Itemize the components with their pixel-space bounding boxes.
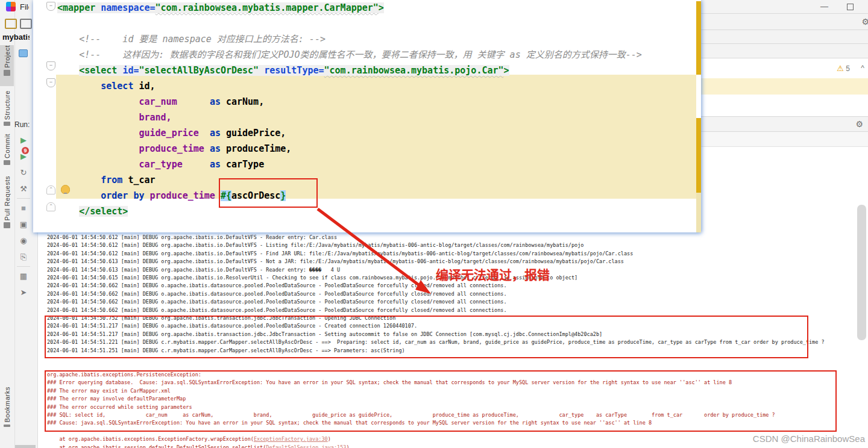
toolbar-divider xyxy=(17,266,30,267)
layout-icon[interactable]: ▦ xyxy=(14,268,33,284)
console-line: 2024-06-01 14:54:50.662 [main] DEBUG o.a… xyxy=(47,306,868,314)
code-line: <mapper namespace="com.rainbowsea.mybati… xyxy=(57,0,696,16)
code-line: <!-- 这样因为: 数据表的字段名和我们定义POJO类的属性名不一致，要将二者… xyxy=(57,47,696,63)
run-toolbar: Run: ▶ ▶9 ↻ ⚒ ■ ▣ ◉ ⎘ ▦ ➤ xyxy=(14,117,33,300)
editor-panel[interactable]: − − − ⌃ ⌃ <mapper namespace="com.rainbow… xyxy=(33,0,701,232)
sidebar-item-project[interactable]: Project xyxy=(0,45,14,86)
fold-end-icon[interactable]: ⌃ xyxy=(46,185,55,194)
console-line: 2024-06-01 14:54:50.612 [main] DEBUG org… xyxy=(47,250,868,258)
sidebar-item-pull-requests[interactable]: Pull Requests xyxy=(0,176,14,233)
run-button[interactable]: ▶ xyxy=(14,132,33,148)
file-tab-icon[interactable] xyxy=(19,49,28,57)
commit-icon xyxy=(4,160,10,165)
run-label: Run: xyxy=(14,117,33,132)
restore-layout-icon[interactable]: ⎘ xyxy=(14,249,33,265)
sidebar-item-bookmarks[interactable]: Bookmarks xyxy=(0,387,14,429)
watermark: CSDN @ChinaRainbowSea xyxy=(753,434,865,444)
console-line: ### The error occurred while setting par… xyxy=(47,403,868,411)
fold-marker-icon[interactable]: − xyxy=(46,61,55,70)
ide-screenshot: — ⚙ ⚠ 5 ^ ⚙ File mybatis Project Struc xyxy=(0,0,868,448)
code-line: brand, xyxy=(57,110,696,125)
screenshot-camera-icon[interactable]: ▣ xyxy=(14,216,33,232)
restore-window-button[interactable] xyxy=(847,4,854,10)
mute-breakpoints-icon[interactable]: ◉ xyxy=(14,232,33,249)
fold-marker-icon[interactable]: − xyxy=(46,2,55,11)
console-line: 2024-06-01 14:54:50.612 [main] DEBUG org… xyxy=(47,241,868,249)
sidebar-item-structure[interactable]: Structure xyxy=(0,90,14,128)
console-line: 2024-06-01 14:54:50.662 [main] DEBUG o.a… xyxy=(47,282,868,290)
inspections-widget[interactable]: ⚠ 5 xyxy=(837,64,850,73)
collapse-chevron-icon[interactable]: ^ xyxy=(861,64,864,72)
minimize-button[interactable]: — xyxy=(820,2,828,11)
project-name[interactable]: mybatis xyxy=(2,33,30,42)
console-line: 2024-06-01 14:54:50.612 [main] DEBUG org… xyxy=(47,234,868,241)
sidebar-item-commit[interactable]: Commit xyxy=(0,134,14,167)
code-line: from t_car xyxy=(57,172,696,188)
structure-icon xyxy=(4,122,10,126)
console-line: 2024-06-01 14:54:50.752 [main] DEBUG org… xyxy=(47,314,868,322)
stop-button[interactable]: ■ xyxy=(14,200,33,216)
run-settings-gear-icon[interactable]: ⚙ xyxy=(855,119,863,129)
console-line: 2024-06-01 14:54:50.662 [main] DEBUG o.a… xyxy=(47,298,868,306)
intellij-logo xyxy=(6,2,16,11)
code-line: select id, xyxy=(57,78,696,94)
warning-icon: ⚠ xyxy=(837,64,844,73)
settings-gear-icon[interactable]: ⚙ xyxy=(861,17,868,26)
console-line: ### Cause: java.sql.SQLSyntaxErrorExcept… xyxy=(47,419,868,427)
console-line xyxy=(47,355,868,362)
annotation-text: 编译无法通过，报错 xyxy=(436,265,550,283)
editor-code[interactable]: <mapper namespace="com.rainbowsea.mybati… xyxy=(57,0,696,219)
fold-marker-icon[interactable]: − xyxy=(46,78,55,87)
console-line: 2024-06-01 14:54:51.217 [main] DEBUG org… xyxy=(47,331,868,338)
menu-file[interactable]: File xyxy=(20,2,29,12)
console-line: at org.apache.ibatis.session.defaults.De… xyxy=(47,444,868,448)
code-line: <select id="selectAllByAscOrDesc" result… xyxy=(57,63,696,78)
code-line: <!-- id 要是 namespace 对应接口上的方法名: --> xyxy=(57,31,696,47)
code-line xyxy=(57,16,696,31)
console-line: 2024-06-01 14:54:51.221 [main] DEBUG c.r… xyxy=(47,338,868,346)
save-icon[interactable] xyxy=(20,19,32,29)
code-line: car_num as carNum, xyxy=(57,94,696,110)
console-line: ### Error querying database. Cause: java… xyxy=(47,379,868,387)
pull-requests-icon xyxy=(4,222,10,228)
pin-tab-icon[interactable]: ➤ xyxy=(14,284,33,300)
console-line: ### The error may exist in CarMapper.xml xyxy=(47,387,868,395)
annotation-arrow xyxy=(304,202,443,304)
console-line: at org.apache.ibatis.exceptions.Exceptio… xyxy=(47,435,868,443)
console-line: 2024-06-01 14:54:51.217 [main] DEBUG o.a… xyxy=(47,322,868,330)
toolbar-divider xyxy=(17,198,30,199)
rerun-icon[interactable]: ↻ xyxy=(14,164,33,181)
horizontal-scrollbar[interactable] xyxy=(15,445,36,448)
console-line: ### The error may involve defaultParamet… xyxy=(47,395,868,403)
console-line xyxy=(47,428,868,435)
warning-count: 5 xyxy=(846,64,850,73)
error-count-badge: 9 xyxy=(22,147,29,154)
editor-scrollbar-stripe[interactable] xyxy=(696,118,701,193)
console-line: ### SQL: select id, car_num as carNum, b… xyxy=(47,411,868,419)
console-line: 2024-06-01 14:54:51.251 [main] DEBUG c.r… xyxy=(47,347,868,355)
console-line: 2024-06-01 14:54:50.662 [main] DEBUG o.a… xyxy=(47,290,868,298)
editor-scrollbar-stripe xyxy=(696,193,701,232)
open-folder-icon[interactable] xyxy=(5,19,17,29)
console-line: org.apache.ibatis.exceptions.Persistence… xyxy=(47,371,868,379)
editor-scrollbar-stripe[interactable] xyxy=(696,1,701,75)
project-folder-icon xyxy=(4,70,10,76)
bookmark-flag-icon xyxy=(4,425,10,427)
left-toolwindow-bar: File mybatis Project Structure Commit Pu… xyxy=(0,0,38,448)
code-line: produce_time as produceTime, xyxy=(57,141,696,157)
console-line xyxy=(47,363,868,371)
rerun-failed-button[interactable]: ▶9 xyxy=(14,148,33,164)
fold-end-icon[interactable]: ⌃ xyxy=(46,202,55,211)
settings-wrench-icon[interactable]: ⚒ xyxy=(14,181,33,197)
code-line: car_type as carType xyxy=(57,157,696,172)
code-line: guide_price as guidePrice, xyxy=(57,125,696,141)
